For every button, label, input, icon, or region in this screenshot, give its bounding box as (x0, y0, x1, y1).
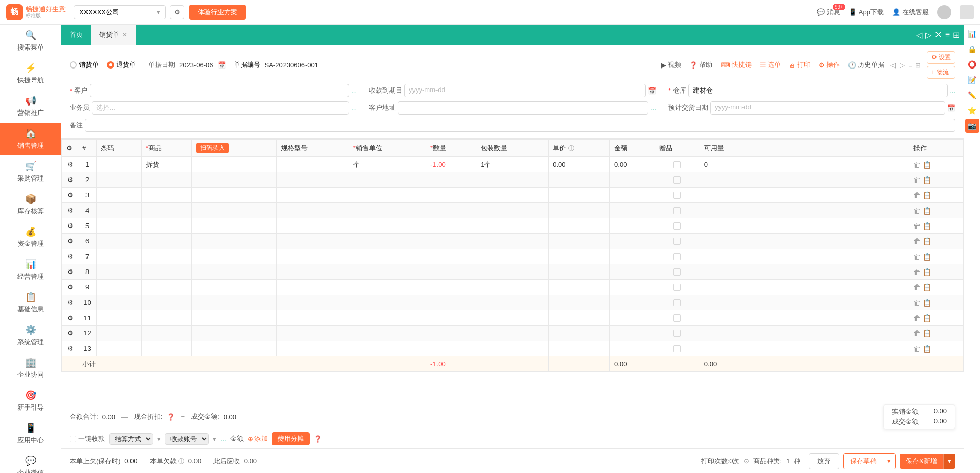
td-gift-9[interactable] (655, 295, 700, 310)
td-spec-4[interactable] (276, 218, 349, 234)
price-info-icon[interactable]: ⓘ (568, 145, 574, 152)
sidebar-item-finance[interactable]: 💰 资金管理 (0, 221, 61, 254)
td-product-5[interactable] (141, 234, 191, 249)
td-barcode-2[interactable] (97, 188, 142, 203)
td-unit-7[interactable] (349, 264, 426, 280)
sidebar-item-system[interactable]: ⚙️ 系统管理 (0, 319, 61, 352)
td-unit-10[interactable] (349, 310, 426, 326)
right-icon-circle[interactable]: ⭕ (965, 57, 979, 72)
td-pack-qty-2[interactable] (476, 188, 549, 203)
delete-icon-2[interactable]: 🗑 (913, 191, 921, 199)
toolbar-select-btn[interactable]: ☰ 选单 (758, 59, 783, 71)
right-icon-chart[interactable]: 📊 (965, 27, 979, 41)
delivery-date-input[interactable]: yyyy-mm-dd (710, 101, 945, 115)
td-settings-5[interactable]: ⚙ (62, 234, 78, 249)
td-quantity-7[interactable] (426, 264, 476, 280)
td-unit-price-1[interactable] (549, 172, 610, 188)
close-window-icon[interactable]: ✕ (934, 29, 942, 40)
td-quantity-6[interactable] (426, 249, 476, 264)
discard-button[interactable]: 放弃 (809, 453, 839, 469)
gift-checkbox-0[interactable] (673, 161, 681, 168)
td-quantity-8[interactable] (426, 280, 476, 295)
td-pack-qty-1[interactable] (476, 172, 549, 188)
td-unit-12[interactable] (349, 341, 426, 356)
td-settings-8[interactable]: ⚙ (62, 280, 78, 295)
td-gift-11[interactable] (655, 326, 700, 341)
td-quantity-10[interactable] (426, 310, 476, 326)
scan-barcode-btn[interactable]: 扫码录入 (196, 143, 229, 153)
td-unit-5[interactable] (349, 234, 426, 249)
td-quantity-1[interactable] (426, 172, 476, 188)
td-unit-2[interactable] (349, 188, 426, 203)
gift-checkbox-5[interactable] (673, 238, 681, 245)
td-spec-1[interactable] (276, 172, 349, 188)
td-settings-0[interactable]: ⚙ (62, 157, 78, 172)
copy-icon-12[interactable]: 📋 (923, 345, 931, 353)
td-product-12[interactable] (141, 341, 191, 356)
td-pack-qty-7[interactable] (476, 264, 549, 280)
user-menu-icon[interactable] (960, 5, 974, 19)
sidebar-item-quicknav[interactable]: ⚡ 快捷导航 (0, 57, 61, 90)
td-product-1[interactable] (141, 172, 191, 188)
gift-checkbox-4[interactable] (673, 222, 681, 230)
sidebar-item-operations[interactable]: 📊 经营管理 (0, 254, 61, 286)
td-amount-1[interactable] (610, 172, 655, 188)
td-product-8[interactable] (141, 280, 191, 295)
td-barcode-8[interactable] (97, 280, 142, 295)
view-grid-icon[interactable]: ⊞ (953, 30, 960, 40)
td-quantity-12[interactable] (426, 341, 476, 356)
copy-icon-0[interactable]: 📋 (923, 161, 931, 169)
td-gift-8[interactable] (655, 280, 700, 295)
remarks-input[interactable] (85, 119, 955, 132)
td-gift-2[interactable] (655, 188, 700, 203)
gift-checkbox-1[interactable] (673, 176, 681, 184)
td-quantity-11[interactable] (426, 326, 476, 341)
right-icon-note[interactable]: 📝 (965, 73, 979, 87)
td-spec-8[interactable] (276, 280, 349, 295)
td-gift-10[interactable] (655, 310, 700, 326)
warehouse-input[interactable]: 建材仓 (688, 84, 948, 97)
product-type-info[interactable]: ⊙ (744, 457, 749, 465)
delete-icon-4[interactable]: 🗑 (913, 222, 921, 230)
radio-return[interactable]: 退货单 (107, 60, 136, 70)
td-amount-10[interactable] (610, 310, 655, 326)
due-date-input[interactable]: yyyy-mm-dd (404, 84, 646, 97)
td-settings-10[interactable]: ⚙ (62, 310, 78, 326)
copy-icon-6[interactable]: 📋 (923, 253, 931, 261)
td-gift-6[interactable] (655, 249, 700, 264)
address-dots-btn[interactable]: ... (650, 104, 656, 112)
copy-icon-5[interactable]: 📋 (923, 237, 931, 245)
copy-icon-9[interactable]: 📋 (923, 299, 931, 307)
online-support-btn[interactable]: 👤 在线客服 (892, 8, 929, 17)
delete-icon-11[interactable]: 🗑 (913, 329, 921, 337)
td-unit-price-2[interactable] (549, 188, 610, 203)
td-product-7[interactable] (141, 264, 191, 280)
td-spec-6[interactable] (276, 249, 349, 264)
copy-icon-10[interactable]: 📋 (923, 314, 931, 322)
gift-checkbox-12[interactable] (673, 345, 681, 352)
td-pack-qty-11[interactable] (476, 326, 549, 341)
td-product-10[interactable] (141, 310, 191, 326)
td-gift-5[interactable] (655, 234, 700, 249)
td-gift-3[interactable] (655, 203, 700, 218)
toolbar-history-btn[interactable]: 🕐 历史单据 (846, 59, 886, 71)
tab-home[interactable]: 首页 (61, 25, 91, 45)
td-unit-1[interactable] (349, 172, 426, 188)
td-barcode-1[interactable] (97, 172, 142, 188)
td-pack-qty-8[interactable] (476, 280, 549, 295)
td-gift-0[interactable] (655, 157, 700, 172)
delete-icon-6[interactable]: 🗑 (913, 253, 921, 261)
td-pack-qty-12[interactable] (476, 341, 549, 356)
td-amount-3[interactable] (610, 203, 655, 218)
copy-icon-8[interactable]: 📋 (923, 283, 931, 291)
save-draft-button[interactable]: 保存草稿 (844, 454, 883, 469)
td-settings-9[interactable]: ⚙ (62, 295, 78, 310)
gift-checkbox-11[interactable] (673, 330, 681, 337)
salesperson-input[interactable]: 选择... (92, 101, 349, 115)
delete-icon-10[interactable]: 🗑 (913, 314, 921, 322)
one-click-payment[interactable]: 一键收款 (70, 434, 105, 443)
td-barcode-12[interactable] (97, 341, 142, 356)
th-settings[interactable]: ⚙ (62, 140, 78, 157)
toolbar-help-btn[interactable]: ❓ 帮助 (687, 59, 714, 71)
delete-icon-1[interactable]: 🗑 (913, 176, 921, 184)
